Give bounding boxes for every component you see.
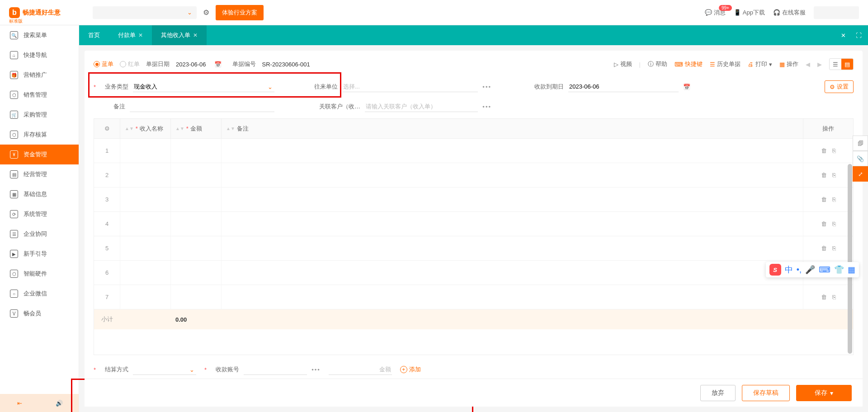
- sidebar-sound-button[interactable]: 🔊: [39, 394, 79, 412]
- discard-button[interactable]: 放弃: [700, 385, 736, 401]
- delete-icon[interactable]: 🗑: [821, 220, 827, 227]
- delete-icon[interactable]: 🗑: [821, 294, 827, 300]
- sidebar-item-0[interactable]: 🔍搜索菜单: [0, 25, 79, 45]
- copy-icon[interactable]: ⎘: [832, 147, 836, 154]
- user-menu[interactable]: [814, 6, 859, 19]
- cell-amount[interactable]: [171, 163, 222, 187]
- partner-more-button[interactable]: •••: [482, 84, 491, 90]
- account-more-button[interactable]: •••: [311, 366, 321, 373]
- cell-income[interactable]: [120, 285, 171, 309]
- gear-icon[interactable]: ⚙: [203, 8, 209, 17]
- ime-grid-icon[interactable]: ▦: [848, 265, 855, 275]
- sidebar-collapse-button[interactable]: ⇤: [0, 394, 39, 412]
- sidebar-item-8[interactable]: ▦基础信息: [0, 184, 79, 204]
- doc-date-value[interactable]: 2023-06-06: [176, 61, 206, 68]
- table-row[interactable]: 2🗑⎘: [94, 163, 853, 187]
- chevron-down-icon[interactable]: ⌄: [189, 366, 194, 373]
- video-button[interactable]: ▷视频: [614, 60, 632, 68]
- rel-customer-input[interactable]: [365, 101, 478, 112]
- company-selector[interactable]: ⌄: [93, 6, 197, 19]
- next-button[interactable]: ▶: [817, 61, 822, 68]
- copy-icon[interactable]: ⎘: [832, 172, 836, 178]
- delete-icon[interactable]: 🗑: [821, 172, 827, 178]
- sidebar-item-13[interactable]: ○企业微信: [0, 284, 79, 304]
- rail-expand-button[interactable]: ⤢: [853, 166, 868, 182]
- history-button[interactable]: ☰历史单据: [710, 60, 741, 68]
- table-row[interactable]: 5🗑⎘: [94, 236, 853, 261]
- tab-2[interactable]: 其他收入单✕: [152, 25, 207, 45]
- cell-amount[interactable]: [171, 187, 222, 211]
- table-row[interactable]: 6🗑⎘: [94, 261, 853, 285]
- ime-keyboard-icon[interactable]: ⌨: [819, 265, 830, 275]
- copy-icon[interactable]: ⎘: [832, 196, 836, 203]
- cell-remark[interactable]: [222, 139, 803, 163]
- due-date-input[interactable]: [568, 81, 679, 92]
- cell-income[interactable]: [120, 261, 171, 285]
- sidebar-item-9[interactable]: ⟳系统管理: [0, 204, 79, 224]
- ime-mic-icon[interactable]: 🎤: [805, 265, 815, 275]
- sidebar-item-7[interactable]: ▤经营管理: [0, 164, 79, 184]
- table-row[interactable]: 3🗑⎘: [94, 187, 853, 212]
- biz-type-input[interactable]: [133, 81, 274, 92]
- sidebar-item-3[interactable]: ⬡销售管理: [0, 85, 79, 105]
- ime-punct-icon[interactable]: •,: [797, 265, 802, 275]
- copy-icon[interactable]: ⎘: [832, 220, 836, 227]
- delete-icon[interactable]: 🗑: [821, 245, 827, 252]
- cell-remark[interactable]: [222, 212, 803, 236]
- shortcut-button[interactable]: ⌨快捷键: [675, 60, 703, 68]
- remark-input[interactable]: [130, 101, 274, 112]
- cell-income[interactable]: [120, 187, 171, 211]
- cell-remark[interactable]: [222, 285, 803, 309]
- rail-attach-button[interactable]: 📎: [853, 151, 868, 166]
- ime-lang[interactable]: 中: [785, 264, 793, 275]
- sidebar-item-1[interactable]: ⌂快捷导航: [0, 45, 79, 65]
- cell-income[interactable]: [120, 212, 171, 236]
- delete-icon[interactable]: 🗑: [821, 147, 827, 154]
- radio-blue[interactable]: 蓝单: [94, 60, 113, 68]
- ops-button[interactable]: ▦操作: [779, 60, 798, 68]
- close-icon[interactable]: ✕: [138, 32, 143, 38]
- rail-note-button[interactable]: 🗐: [853, 136, 868, 151]
- sidebar-item-14[interactable]: V畅会员: [0, 304, 79, 323]
- ime-skin-icon[interactable]: 👕: [834, 265, 844, 275]
- cell-remark[interactable]: [222, 261, 803, 285]
- rel-more-button[interactable]: •••: [482, 103, 491, 110]
- cell-income[interactable]: [120, 236, 171, 260]
- delete-icon[interactable]: 🗑: [821, 196, 827, 203]
- app-download-button[interactable]: 📱 App下载: [734, 9, 765, 17]
- table-row[interactable]: 7🗑⎘: [94, 285, 853, 309]
- customer-service-button[interactable]: 🎧 在线客服: [773, 9, 806, 17]
- ime-toolbar[interactable]: S 中 •, 🎤 ⌨ 👕 ▦: [766, 262, 859, 277]
- tab-1[interactable]: 付款单✕: [109, 25, 152, 45]
- cell-amount[interactable]: [171, 261, 222, 285]
- view-detail-button[interactable]: ▤: [841, 59, 853, 70]
- sidebar-item-4[interactable]: 🛒采购管理: [0, 105, 79, 125]
- partner-input[interactable]: [342, 81, 478, 92]
- account-input[interactable]: [244, 364, 307, 375]
- table-row[interactable]: 1🗑⎘: [94, 139, 853, 163]
- cell-amount[interactable]: [171, 139, 222, 163]
- calendar-icon[interactable]: 📅: [214, 61, 222, 68]
- col-config-button[interactable]: ⚙: [94, 119, 120, 138]
- cell-remark[interactable]: [222, 236, 803, 260]
- scrollbar-thumb[interactable]: [848, 164, 852, 354]
- cell-income[interactable]: [120, 139, 171, 163]
- close-icon[interactable]: ✕: [193, 32, 198, 38]
- view-list-button[interactable]: ☰: [830, 59, 841, 70]
- cell-amount[interactable]: [171, 212, 222, 236]
- settle-method-input[interactable]: [133, 364, 196, 375]
- print-button[interactable]: 🖨打印▾: [748, 60, 772, 68]
- save-draft-button[interactable]: 保存草稿: [742, 385, 790, 401]
- cell-amount[interactable]: [171, 285, 222, 309]
- col-remark[interactable]: ▲▼备注: [222, 119, 803, 138]
- prev-button[interactable]: ◀: [806, 61, 810, 68]
- sidebar-item-2[interactable]: 🎁营销推广: [0, 65, 79, 85]
- sidebar-item-5[interactable]: ⬡库存核算: [0, 125, 79, 145]
- table-row[interactable]: 4🗑⎘: [94, 212, 853, 236]
- chevron-down-icon[interactable]: ⌄: [268, 84, 273, 90]
- cell-amount[interactable]: [171, 236, 222, 260]
- try-industry-button[interactable]: 体验行业方案: [216, 5, 264, 20]
- sidebar-item-6[interactable]: ¥资金管理: [0, 145, 79, 164]
- cell-income[interactable]: [120, 163, 171, 187]
- cell-remark[interactable]: [222, 187, 803, 211]
